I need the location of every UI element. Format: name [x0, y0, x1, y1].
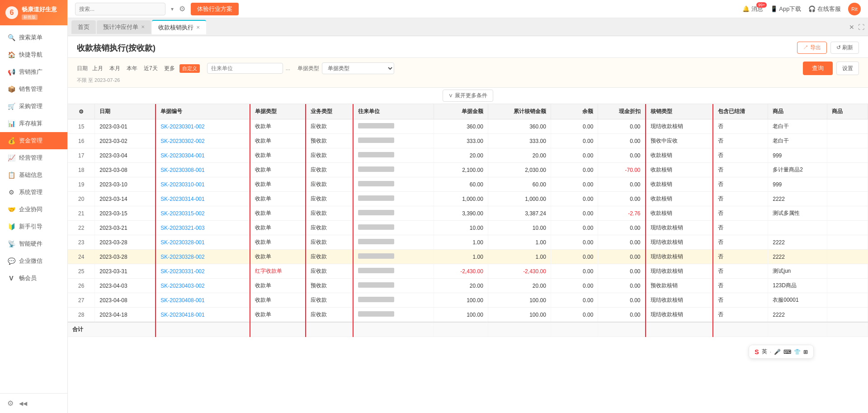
cell-billno: SK-20230308-001	[156, 163, 250, 177]
notification-badge[interactable]: 🔔 消息 99+	[742, 5, 763, 13]
cell-billtype: 收款单	[250, 134, 306, 148]
system-icon: ⚙	[7, 189, 15, 196]
cell-balance: 0.00	[551, 148, 598, 163]
settings-icon[interactable]: ⚙	[7, 399, 14, 408]
sidebar-item-purchase[interactable]: 🛒 采购管理	[0, 98, 67, 115]
billtype-select[interactable]: 单据类型	[322, 62, 394, 74]
settings-button[interactable]: 设置	[836, 62, 859, 75]
cell-balance: 0.00	[551, 119, 598, 134]
date-more[interactable]: 更多	[162, 64, 177, 73]
sidebar-item-label: 库存核算	[19, 119, 42, 128]
dropdown-arrow-icon[interactable]: ▾	[171, 6, 174, 12]
topbar-right: 🔔 消息 99+ 📱 App下载 🎧 在线客服 Rit	[742, 3, 861, 15]
cell-partner	[353, 221, 434, 235]
cell-discount: 0.00	[598, 134, 646, 148]
date-curr-year[interactable]: 本年	[125, 64, 139, 73]
bill-link[interactable]: SK-20230310-001	[160, 181, 204, 188]
collapse-icon[interactable]: ◀◀	[19, 400, 27, 407]
user-avatar[interactable]: Rit	[848, 3, 861, 15]
bill-link[interactable]: SK-20230408-001	[160, 297, 204, 304]
table-wrapper[interactable]: ⚙ 日期 单据编号 单据类型 业务类型 往来单位 单据金额 累计核销金额 余额 …	[68, 104, 868, 413]
bill-link[interactable]: SK-20230418-001	[160, 312, 204, 318]
partner-input[interactable]	[207, 63, 283, 74]
sidebar-item-wechat[interactable]: 💬 企业微信	[0, 252, 67, 270]
sidebar-item-basic[interactable]: 📋 基础信息	[0, 166, 67, 184]
cell-incl: 否	[713, 308, 768, 323]
cell-discount: -2.76	[598, 206, 646, 221]
bill-link[interactable]: SK-20230308-001	[160, 167, 204, 173]
date-7days[interactable]: 近7天	[142, 64, 160, 73]
sidebar-item-quick-nav[interactable]: 🏠 快捷导航	[0, 46, 67, 63]
date-range-text: 不限 至 2023-07-26	[77, 77, 120, 84]
cell-discount: 0.00	[598, 177, 646, 192]
bill-link[interactable]: SK-20230302-002	[160, 138, 204, 144]
sidebar-item-label: 资金管理	[19, 137, 42, 145]
expand-button[interactable]: ∨ 展开更多条件	[443, 90, 493, 102]
sidebar-item-inventory[interactable]: 📊 库存核算	[0, 115, 67, 132]
online-service-link[interactable]: 🎧 在线客服	[808, 5, 841, 13]
tab-home[interactable]: 首页	[71, 20, 96, 34]
cell-cumamt: 3,387.24	[488, 206, 551, 221]
tab-payable[interactable]: 预计冲应付单 ✕	[97, 20, 151, 34]
close-tab-icon[interactable]: ✕	[849, 24, 854, 31]
query-button[interactable]: 查询	[803, 62, 833, 75]
tabbar-controls: ✕ ⛶	[849, 24, 864, 31]
sidebar-item-enterprise[interactable]: 🤝 企业协同	[0, 201, 67, 218]
cell-billtype: 收款单	[250, 221, 306, 235]
date-custom[interactable]: 自定义	[179, 64, 200, 73]
bill-link[interactable]: SK-20230304-001	[160, 152, 204, 159]
date-curr-month[interactable]: 本月	[108, 64, 122, 73]
bill-link[interactable]: SK-20230315-002	[160, 210, 204, 217]
cell-date: 2023-03-28	[95, 250, 156, 264]
gear-icon[interactable]: ⚙	[179, 5, 185, 13]
date-prev-month[interactable]: 上月	[90, 64, 105, 73]
search-input[interactable]	[75, 3, 165, 15]
refresh-button[interactable]: ↺ 刷新	[830, 42, 859, 54]
sidebar-item-label: 新手引导	[19, 223, 42, 231]
cell-billno: SK-20230408-001	[156, 293, 250, 308]
bill-link[interactable]: SK-20230328-001	[160, 239, 204, 246]
cell-biztype: 应收款	[306, 250, 353, 264]
sidebar-item-label: 企业协同	[19, 205, 42, 214]
sidebar-item-business[interactable]: 📈 经营管理	[0, 149, 67, 166]
sidebar-item-search[interactable]: 🔍 搜索菜单	[0, 29, 67, 46]
sidebar-item-vip[interactable]: V 畅会员	[0, 270, 67, 287]
app-download-link[interactable]: 📱 App下载	[770, 5, 801, 13]
bill-link[interactable]: SK-20230403-002	[160, 283, 204, 289]
fullscreen-icon[interactable]: ⛶	[858, 24, 864, 31]
export-button[interactable]: ↗ 导出	[797, 42, 826, 54]
cell-billno: SK-20230403-002	[156, 279, 250, 293]
sidebar-item-system[interactable]: ⚙ 系统管理	[0, 184, 67, 201]
tab-payable-close[interactable]: ✕	[141, 24, 145, 29]
data-table: ⚙ 日期 单据编号 单据类型 业务类型 往来单位 单据金额 累计核销金额 余额 …	[68, 104, 868, 337]
sidebar-logo: 6 畅康道好生意 标推版	[0, 0, 67, 25]
cell-biztype: 应收款	[306, 264, 353, 279]
bill-link[interactable]: SK-20230301-002	[160, 123, 204, 130]
bill-link[interactable]: SK-20230331-002	[160, 268, 204, 275]
cell-incl: 否	[713, 250, 768, 264]
tab-receivable-close[interactable]: ✕	[196, 25, 200, 30]
cell-index: 18	[68, 163, 95, 177]
cell-goods2	[827, 192, 868, 206]
industry-solution-button[interactable]: 体验行业方案	[191, 3, 239, 15]
sidebar-item-marketing[interactable]: 📢 营销推广	[0, 63, 67, 81]
sidebar-item-hardware[interactable]: 📡 智能硬件	[0, 235, 67, 252]
bill-link[interactable]: SK-20230328-002	[160, 254, 204, 260]
cell-balance: 0.00	[551, 279, 598, 293]
search-icon: 🔍	[7, 34, 15, 41]
cell-amount: 1,000.00	[434, 192, 488, 206]
bill-link[interactable]: SK-20230314-001	[160, 196, 204, 202]
cell-partner	[353, 177, 434, 192]
partner-more-icon[interactable]: ...	[286, 65, 290, 71]
col-header-goods2: 商品	[827, 104, 868, 119]
bill-link[interactable]: SK-20230321-003	[160, 225, 204, 231]
cell-biztype: 应收款	[306, 177, 353, 192]
sidebar-item-guide[interactable]: 🔰 新手引导	[0, 218, 67, 235]
tab-receivable[interactable]: 收款核销执行 ✕	[152, 20, 206, 34]
settings-col-icon[interactable]: ⚙	[79, 109, 84, 115]
sidebar-item-finance[interactable]: 💰 资金管理	[0, 132, 67, 149]
sidebar-item-sales[interactable]: 📦 销售管理	[0, 81, 67, 98]
cell-date: 2023-03-01	[95, 119, 156, 134]
cell-date: 2023-04-03	[95, 279, 156, 293]
cell-vertype: 收款核销	[646, 206, 713, 221]
